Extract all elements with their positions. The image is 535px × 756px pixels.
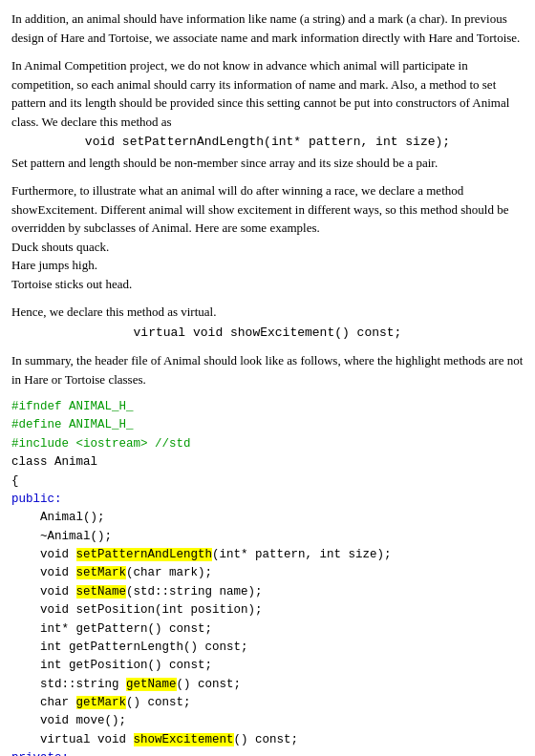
code-line-constructor: Animal();: [11, 509, 524, 527]
code-line-destructor: ~Animal();: [11, 528, 524, 546]
p2-code-line: void setPatternAndLength(int* pattern, i…: [11, 133, 524, 152]
p4-code: virtual void showExcitement() const;: [11, 324, 524, 343]
paragraph-4: Hence, we declare this method as virtual…: [11, 303, 524, 342]
highlight-setName: setName: [76, 585, 127, 598]
code-line-private: private:: [11, 749, 524, 756]
highlight-getMark: getMark: [76, 696, 127, 709]
example-1: Duck shouts quack.: [11, 240, 109, 254]
p3-text: Furthermore, to illustrate what an anima…: [11, 183, 509, 235]
code-line-getmark: char getMark() const;: [11, 694, 524, 712]
paragraph-2: In Animal Competition project, we do not…: [11, 56, 524, 172]
paragraph-5: In summary, the header file of Animal sh…: [11, 351, 524, 388]
code-line-getposition: int getPosition() const;: [11, 657, 524, 675]
example-2: Hare jumps high.: [11, 258, 97, 272]
highlight-setPatternAndLength: setPatternAndLength: [76, 548, 213, 561]
code-line-brace-open: {: [11, 472, 524, 491]
code-line-class: class Animal: [11, 453, 524, 472]
highlight-getName: getName: [126, 678, 177, 691]
highlight-setMark: setMark: [76, 566, 127, 579]
highlight-showExcitement: showExcitement: [134, 733, 234, 746]
code-line-getpattern: int* getPattern() const;: [11, 620, 524, 639]
code-block: #ifndef ANIMAL_H_ #define ANIMAL_H_ #inc…: [11, 398, 524, 756]
code-line-showexcitement: virtual void showExcitement() const;: [11, 731, 524, 749]
paragraph-1: In addition, an animal should have infor…: [11, 10, 524, 47]
code-line-getname: std::string getName() const;: [11, 676, 524, 694]
example-3: Tortoise sticks out head.: [11, 277, 132, 291]
p4-pre: Hence, we declare this method as virtual…: [11, 304, 216, 319]
paragraph-3: Furthermore, to illustrate what an anima…: [11, 181, 524, 293]
code-line-ifndef: #ifndef ANIMAL_H_: [11, 398, 524, 416]
code-line-getpatternlength: int getPatternLength() const;: [11, 639, 524, 657]
code-line-setmark: void setMark(char mark);: [11, 564, 524, 582]
code-line-setposition: void setPosition(int position);: [11, 601, 524, 620]
code-line-define: #define ANIMAL_H_: [11, 416, 524, 434]
p2-text: In Animal Competition project, we do not…: [11, 58, 509, 129]
code-line-setpattern: void setPatternAndLength(int* pattern, i…: [11, 546, 524, 564]
code-line-include: #include <iostream> //std: [11, 435, 524, 453]
code-line-setname: void setName(std::string name);: [11, 583, 524, 601]
code-line-move: void move();: [11, 712, 524, 730]
p2-cont: Set pattern and length should be non-mem…: [11, 156, 438, 170]
code-line-public: public:: [11, 491, 524, 509]
